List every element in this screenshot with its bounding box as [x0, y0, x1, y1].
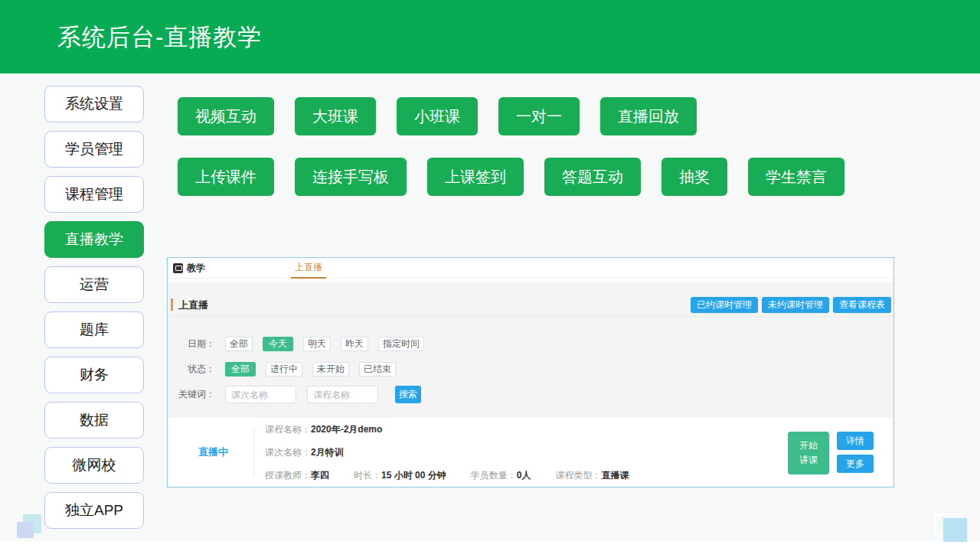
status-chip-finished[interactable]: 已结束 — [359, 362, 396, 377]
panel-tabbar: 教学 上直播 — [168, 258, 893, 279]
panel-filter-area: 上直播 已约课时管理 未约课时管理 查看课程表 日期： 全部 今天 明天 昨天 … — [168, 282, 893, 418]
duration-field: 时长：15 小时 00 分钟 — [354, 469, 446, 482]
feature-connect-tablet[interactable]: 连接手写板 — [295, 158, 407, 196]
view-timetable-button[interactable]: 查看课程表 — [833, 297, 891, 313]
decor-square-blue — [943, 518, 967, 542]
filter-row-keyword: 关键词： 搜索 — [168, 386, 421, 403]
status-chip-ongoing[interactable]: 进行中 — [266, 362, 302, 377]
status-filter-chips: 全部 进行中 未开始 已结束 — [225, 362, 396, 377]
date-chip-today[interactable]: 今天 — [263, 337, 293, 351]
top-banner: 系统后台-直播教学 — [0, 0, 980, 73]
course-meta-line: 授课教师：李四 时长：15 小时 00 分钟 学员数量：0人 课程类型：直播课 — [265, 469, 629, 482]
sidebar-item-operations[interactable]: 运营 — [44, 266, 144, 303]
feature-video-interaction[interactable]: 视频互动 — [178, 97, 274, 135]
decor-square-lavender — [17, 522, 34, 538]
sidebar-item-course-management[interactable]: 课程管理 — [44, 176, 144, 213]
date-chip-yesterday[interactable]: 昨天 — [341, 337, 368, 351]
session-name-label: 课次名称： — [265, 447, 311, 458]
feature-one-on-one[interactable]: 一对一 — [498, 97, 580, 135]
status-filter-label: 状态： — [178, 363, 215, 376]
session-name-input[interactable] — [225, 386, 296, 403]
sidebar-item-live-teaching[interactable]: 直播教学 — [44, 221, 144, 258]
bottom-strip — [0, 541, 980, 551]
date-filter-label: 日期： — [178, 337, 215, 350]
session-name-line: 课次名称：2月特训 — [265, 446, 629, 459]
feature-mute-students[interactable]: 学生禁言 — [748, 158, 844, 196]
app-label: 教学 — [187, 262, 205, 275]
feature-quiz-interaction[interactable]: 答题互动 — [544, 158, 641, 196]
sidebar-item-question-bank[interactable]: 题库 — [44, 311, 144, 348]
section-accent-bar — [171, 298, 173, 311]
feature-upload-courseware[interactable]: 上传课件 — [178, 158, 274, 196]
admin-panel: 教学 上直播 上直播 已约课时管理 未约课时管理 查看课程表 日期： 全部 今天… — [167, 257, 894, 487]
feature-live-replay[interactable]: 直播回放 — [600, 97, 697, 135]
search-button[interactable]: 搜索 — [395, 386, 421, 403]
sidebar-item-finance[interactable]: 财务 — [44, 357, 144, 393]
live-status-badge: 直播中 — [198, 445, 228, 459]
course-row-divider — [253, 429, 254, 476]
booked-lessons-button[interactable]: 已约课时管理 — [691, 297, 758, 313]
section-actions: 已约课时管理 未约课时管理 查看课程表 — [691, 297, 891, 313]
section-header: 上直播 已约课时管理 未约课时管理 查看课程表 — [168, 297, 893, 313]
course-name-line: 课程名称：2020年-2月demo — [265, 423, 629, 436]
filter-row-date: 日期： 全部 今天 明天 昨天 指定时间 — [168, 337, 424, 351]
sidebar-item-micro-school[interactable]: 微网校 — [44, 447, 144, 484]
page-title: 系统后台-直播教学 — [57, 21, 262, 54]
course-type-field: 课程类型：直播课 — [555, 469, 629, 482]
section-divider — [168, 316, 893, 317]
feature-lucky-draw[interactable]: 抽奖 — [662, 158, 727, 196]
feature-class-checkin[interactable]: 上课签到 — [427, 158, 524, 196]
status-chip-not-started[interactable]: 未开始 — [312, 362, 349, 377]
date-chip-custom[interactable]: 指定时间 — [378, 337, 424, 351]
feature-large-class[interactable]: 大班课 — [295, 97, 376, 135]
more-button[interactable]: 更多 — [837, 455, 874, 473]
student-count-field: 学员数量：0人 — [471, 469, 531, 482]
unbooked-lessons-button[interactable]: 未约课时管理 — [762, 297, 829, 313]
sidebar-item-student-management[interactable]: 学员管理 — [44, 131, 144, 168]
teaching-app-icon — [173, 263, 183, 273]
sidebar-item-system-settings[interactable]: 系统设置 — [44, 86, 144, 122]
session-name-value: 2月特训 — [311, 447, 344, 458]
status-chip-all[interactable]: 全部 — [225, 362, 256, 377]
detail-button[interactable]: 详情 — [837, 432, 874, 450]
course-name-input[interactable] — [307, 386, 378, 403]
course-name-value: 2020年-2月demo — [311, 424, 382, 435]
sidebar-item-standalone-app[interactable]: 独立APP — [44, 492, 144, 529]
feature-small-class[interactable]: 小班课 — [397, 97, 478, 135]
start-teaching-button[interactable]: 开始讲课 — [788, 432, 829, 474]
sidebar: 系统设置 学员管理 课程管理 直播教学 运营 题库 财务 数据 微网校 独立AP… — [44, 86, 144, 529]
date-chip-tomorrow[interactable]: 明天 — [303, 337, 331, 351]
course-row: 直播中 课程名称：2020年-2月demo 课次名称：2月特训 授课教师：李四 … — [168, 418, 893, 487]
course-name-label: 课程名称： — [265, 424, 311, 435]
teacher-field: 授课教师：李四 — [265, 469, 329, 482]
keyword-filter-label: 关键词： — [178, 388, 215, 401]
date-filter-chips: 全部 今天 明天 昨天 指定时间 — [225, 337, 424, 351]
feature-row-2: 上传课件 连接手写板 上课签到 答题互动 抽奖 学生禁言 — [178, 158, 844, 196]
section-title: 上直播 — [178, 297, 208, 313]
feature-row-1: 视频互动 大班课 小班课 一对一 直播回放 — [178, 97, 697, 135]
date-chip-all[interactable]: 全部 — [225, 337, 253, 351]
tab-go-live[interactable]: 上直播 — [291, 258, 326, 279]
sidebar-item-data[interactable]: 数据 — [44, 402, 144, 439]
filter-row-status: 状态： 全部 进行中 未开始 已结束 — [168, 362, 396, 377]
course-details: 课程名称：2020年-2月demo 课次名称：2月特训 授课教师：李四 时长：1… — [265, 423, 629, 482]
